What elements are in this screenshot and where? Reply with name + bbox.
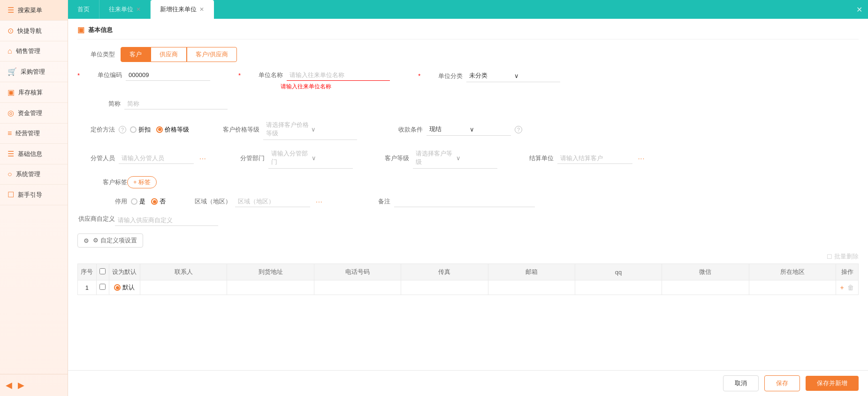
sidebar-item-label: 采购管理 — [21, 68, 45, 76]
settlement-unit-label: 结算单位 — [516, 154, 554, 163]
col-region: 所在地区 — [749, 264, 836, 280]
row-email-input[interactable] — [491, 284, 572, 291]
row-contact-input[interactable] — [143, 284, 224, 291]
region-label: 区域（地区） — [194, 197, 231, 206]
row-address-cell[interactable] — [227, 280, 314, 295]
short-name-row: 简称 — [77, 98, 859, 109]
radio-discount-circle — [130, 126, 137, 133]
radio-no[interactable]: 否 — [151, 197, 166, 206]
radio-no-circle — [151, 198, 158, 205]
table-header-row: ☐ 批量删除 — [77, 252, 859, 261]
customer-price-level-dropdown[interactable]: 请选择客户价格等级 ∨ — [263, 119, 357, 140]
batch-delete-button[interactable]: ☐ 批量删除 — [827, 252, 859, 261]
close-new-contact-tab[interactable]: ✕ — [199, 6, 204, 13]
settlement-unit-input[interactable] — [557, 153, 632, 164]
unit-category-dropdown[interactable]: 未分类 ∨ — [466, 70, 560, 82]
sidebar-item-purchase[interactable]: 🛒 采购管理 — [0, 62, 68, 82]
remark-input[interactable] — [394, 196, 535, 207]
customer-level-dropdown[interactable]: 请选择客户等级 ∨ — [413, 148, 497, 169]
sidebar-item-basics[interactable]: ☰ 基础信息 — [0, 144, 68, 164]
region-input[interactable] — [235, 196, 310, 207]
customer-level-label: 客户等级 — [372, 154, 409, 163]
action-bar: 取消 保存 保存并新增 — [68, 370, 868, 396]
row-phone-cell[interactable] — [314, 280, 401, 295]
payment-terms-field: 收款条件 现结 ∨ ? — [385, 123, 522, 136]
table-header: 序号 设为默认 联系人 到货地址 电话号码 传真 邮箱 qq 微信 所在地区 操… — [78, 264, 859, 280]
radio-yes[interactable]: 是 — [131, 197, 145, 206]
basics-icon: ☰ — [8, 149, 14, 158]
row-wechat-cell[interactable] — [662, 280, 749, 295]
tab-contacts[interactable]: 往来单位 ✕ — [99, 0, 151, 19]
save-button[interactable]: 保存 — [764, 375, 800, 391]
row-email-cell[interactable] — [488, 280, 575, 295]
sidebar-item-operations[interactable]: ≡ 经营管理 — [0, 124, 68, 144]
manager-row: 分管人员 ··· 分管部门 请输入分管部门 ∨ 客户等级 请选择客户等级 ∨ — [77, 148, 859, 169]
radio-yes-circle — [131, 198, 137, 205]
radio-grade[interactable]: 价格等级 — [156, 125, 189, 134]
manager-more-btn[interactable]: ··· — [198, 155, 208, 162]
col-address: 到货地址 — [227, 264, 314, 280]
row-qq-cell[interactable] — [575, 280, 662, 295]
row-region-cell[interactable] — [749, 280, 836, 295]
radio-discount[interactable]: 折扣 — [130, 125, 151, 134]
cancel-button[interactable]: 取消 — [723, 375, 759, 391]
payment-terms-help-icon[interactable]: ? — [515, 126, 522, 133]
unit-name-input[interactable] — [287, 70, 390, 81]
row-region-input[interactable] — [752, 284, 833, 291]
department-dropdown[interactable]: 请输入分管部门 ∨ — [268, 148, 353, 169]
contacts-table: 序号 设为默认 联系人 到货地址 电话号码 传真 邮箱 qq 微信 所在地区 操… — [77, 264, 859, 295]
row-phone-input[interactable] — [317, 284, 398, 291]
unit-code-input[interactable] — [126, 70, 210, 81]
pricing-row: 定价方法 ? 折扣 价格等级 客户价格等级 请选择客户价格等级 — [77, 119, 859, 140]
save-and-new-button[interactable]: 保存并新增 — [806, 376, 859, 391]
finance-icon: ◎ — [8, 109, 14, 117]
settlement-unit-more-btn[interactable]: ··· — [636, 155, 647, 162]
close-contacts-tab[interactable]: ✕ — [136, 6, 141, 13]
sidebar-item-system[interactable]: ○ 系统管理 — [0, 164, 68, 185]
unit-type-both[interactable]: 客户/供应商 — [187, 47, 237, 62]
select-all-checkbox[interactable] — [99, 268, 106, 274]
customer-price-level-label: 客户价格等级 — [217, 125, 259, 134]
sidebar-collapse-icon[interactable]: ◀ — [6, 380, 12, 390]
payment-terms-dropdown[interactable]: 现结 ∨ — [426, 123, 511, 136]
row-fax-cell[interactable] — [401, 280, 488, 295]
row-fax-input[interactable] — [404, 284, 485, 291]
row-default-radio[interactable]: 默认 — [112, 283, 137, 292]
sidebar-item-search[interactable]: ☰ 搜索菜单 — [0, 0, 68, 21]
col-qq: qq — [575, 264, 662, 280]
sidebar-item-guide[interactable]: ☐ 新手引导 — [0, 185, 68, 205]
unit-type-supplier[interactable]: 供应商 — [151, 47, 187, 62]
sidebar-expand-icon[interactable]: ▶ — [18, 380, 24, 390]
pricing-help-icon[interactable]: ? — [119, 126, 126, 133]
tab-home[interactable]: 首页 — [68, 0, 99, 19]
row-wechat-input[interactable] — [665, 284, 746, 291]
add-row-button[interactable]: + — [839, 284, 845, 291]
pricing-radio-group: 折扣 价格等级 — [130, 125, 189, 134]
tab-new-contact[interactable]: 新增往来单位 ✕ — [151, 0, 214, 19]
sidebar-item-sales[interactable]: ⌂ 销售管理 — [0, 41, 68, 62]
unit-type-customer[interactable]: 客户 — [121, 47, 151, 62]
short-name-input[interactable] — [124, 98, 228, 109]
sidebar-item-quick-nav[interactable]: ⊙ 快捷导航 — [0, 21, 68, 41]
row-contact-cell[interactable] — [140, 280, 227, 295]
tags-row: 客户标签 + 标签 — [77, 176, 859, 188]
close-all-tabs[interactable]: ✕ — [856, 5, 862, 14]
row-qq-input[interactable] — [578, 284, 659, 291]
form-area: ▣ 基本信息 单位类型 客户 供应商 客户/供应商 * 单位编码 — [68, 19, 868, 370]
row-checkbox[interactable] — [99, 284, 106, 290]
sidebar-item-finance[interactable]: ◎ 资金管理 — [0, 103, 68, 124]
code-name-category-row: * 单位编码 * 单位名称 请输入往来单位名称 * 单位分类 未分类 ∨ — [77, 70, 859, 91]
add-tag-button[interactable]: + 标签 — [127, 176, 157, 188]
supplier-custom-input[interactable] — [115, 215, 218, 226]
inventory-icon: ▣ — [8, 88, 15, 97]
unit-type-row: 单位类型 客户 供应商 客户/供应商 — [77, 47, 859, 62]
sidebar-item-inventory[interactable]: ▣ 库存核算 — [0, 82, 68, 103]
settlement-unit-field: 结算单位 ··· — [516, 153, 647, 164]
row-address-input[interactable] — [230, 284, 311, 291]
supplier-custom-row: 供应商自定义 — [77, 215, 859, 226]
delete-row-button[interactable]: 🗑 — [846, 284, 855, 291]
row-checkbox-cell — [96, 280, 109, 295]
region-more-btn[interactable]: ··· — [314, 198, 325, 205]
custom-settings-button[interactable]: ⚙ ⚙ 自定义项设置 — [77, 233, 143, 248]
manager-input[interactable] — [119, 153, 194, 164]
